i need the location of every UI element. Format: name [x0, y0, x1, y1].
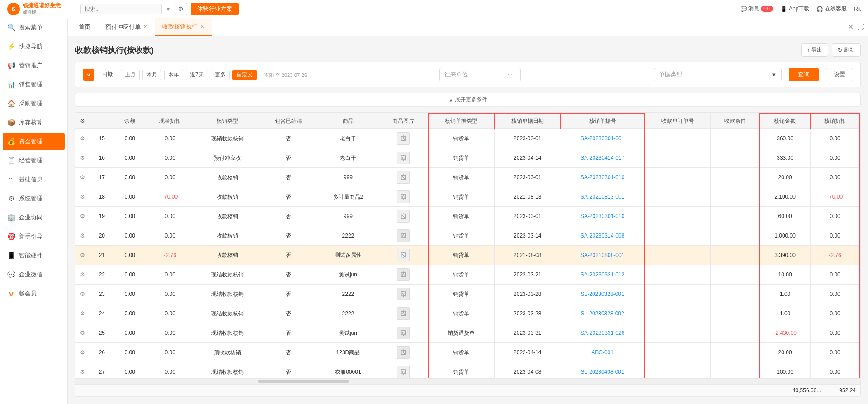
date-btn-this-year[interactable]: 本年 — [164, 70, 183, 80]
query-btn[interactable]: 查询 — [789, 68, 819, 81]
export-btn[interactable]: ↑ 导出 — [801, 43, 828, 57]
sidebar-item-business[interactable]: 📋 经营管理 — [0, 151, 67, 170]
sidebar-item-guide[interactable]: 🎯 新手引导 — [0, 227, 67, 246]
th-settings[interactable]: ⚙ — [75, 113, 90, 129]
date-btn-7days[interactable]: 近7天 — [186, 70, 208, 80]
marketing-icon: 📢 — [7, 62, 15, 70]
row-settings[interactable]: ⚙ — [75, 168, 90, 187]
table-row: ⚙ 21 0.00 -2.76 收款核销 否 测试多属性 🖼 销货单 2021-… — [75, 246, 860, 265]
row-writeoff-number[interactable]: SA-20230321-012 — [561, 265, 645, 285]
message-area[interactable]: 💬 消息 99+ — [741, 5, 773, 13]
row-balance: 0.00 — [114, 343, 146, 362]
row-balance: 0.00 — [114, 168, 146, 187]
row-writeoff-number[interactable]: ABC-001 — [561, 343, 645, 362]
sidebar-item-system[interactable]: ⚙ 系统管理 — [0, 189, 67, 208]
scrollbar-thumb[interactable] — [258, 380, 349, 383]
row-settings[interactable]: ⚙ — [75, 129, 90, 148]
industry-btn[interactable]: 体验行业方案 — [191, 3, 239, 15]
row-writeoff-number[interactable]: SA-20230331-026 — [561, 323, 645, 343]
user-label[interactable]: Rit — [854, 6, 861, 12]
row-balance: 0.00 — [114, 323, 146, 343]
row-writeoff-number[interactable]: SL-20230408-001 — [561, 362, 645, 379]
row-settings[interactable]: ⚙ — [75, 246, 90, 265]
row-writeoff-type: 预付冲应收 — [194, 148, 260, 168]
bill-type-select[interactable]: 单据类型 ▼ — [654, 68, 782, 81]
sidebar-item-enterprise[interactable]: 🏢 企业协同 — [0, 208, 67, 227]
tab-receipt-close[interactable]: ✕ — [200, 24, 204, 29]
date-options: 上月 本月 本年 近7天 更多 自定义 — [121, 70, 257, 80]
product-image: 🖼 — [397, 366, 410, 378]
row-receipt-condition — [711, 265, 760, 285]
th-writeoff-type: 核销类型 — [194, 113, 260, 129]
row-writeoff-type: 现销收款核销 — [194, 129, 260, 148]
row-writeoff-amount: 20.00 — [760, 343, 811, 362]
row-writeoff-number[interactable]: SL-20230328-001 — [561, 285, 645, 304]
sidebar-label-purchase: 采购管理 — [19, 100, 42, 108]
row-writeoff-number[interactable]: SL-20230328-002 — [561, 304, 645, 323]
date-btn-this-month[interactable]: 本月 — [142, 70, 161, 80]
sidebar-item-sales[interactable]: 📊 销售管理 — [0, 75, 67, 94]
chevron-down-icon[interactable]: ▼ — [165, 6, 171, 12]
row-writeoff-type: 现结收款核销 — [194, 285, 260, 304]
row-writeoff-number[interactable]: SA-20230301-010 — [561, 168, 645, 187]
row-writeoff-number[interactable]: SA-20230301-010 — [561, 207, 645, 226]
row-settings[interactable]: ⚙ — [75, 148, 90, 168]
system-icon: ⚙ — [7, 195, 15, 203]
expand-more-bar[interactable]: ∨ 展开更多条件 — [75, 93, 861, 107]
table-scroll[interactable]: ⚙ 余额 现金折扣 核销类型 包含已结清 商品 商品图片 核销单据类型 核销单据… — [75, 113, 860, 378]
scrollbar-area[interactable] — [75, 378, 860, 384]
date-btn-more[interactable]: 更多 — [211, 70, 230, 80]
row-settings[interactable]: ⚙ — [75, 304, 90, 323]
search-input[interactable] — [80, 4, 162, 14]
sidebar-item-inventory[interactable]: 📦 库存核算 — [0, 113, 67, 132]
sidebar-item-search[interactable]: 🔍 搜索菜单 — [0, 18, 67, 37]
row-writeoff-number[interactable]: SA-20230314-008 — [561, 226, 645, 246]
sidebar-item-member[interactable]: V 畅会员 — [0, 284, 67, 303]
tab-home-label: 首页 — [79, 23, 90, 31]
online-service[interactable]: 🎧 在线客服 — [816, 5, 847, 13]
sidebar-item-marketing[interactable]: 📢 营销推广 — [0, 56, 67, 75]
table-row: ⚙ 17 0.00 0.00 收款核销 否 999 🖼 销货单 2023-03-… — [75, 168, 860, 187]
product-image: 🖼 — [397, 171, 410, 184]
sidebar-item-purchase[interactable]: 🏠 采购管理 — [0, 94, 67, 113]
partner-input[interactable]: 往来单位 ··· — [439, 68, 521, 81]
row-writeoff-number[interactable]: SA-20230414-017 — [561, 148, 645, 168]
filter-settings-btn[interactable]: 设置 — [826, 68, 853, 81]
row-receipt-order — [645, 304, 711, 323]
row-writeoff-date: 2023-03-14 — [494, 226, 561, 246]
row-settings[interactable]: ⚙ — [75, 207, 90, 226]
tab-home[interactable]: 首页 — [71, 18, 98, 36]
maximize-icon[interactable]: ⛶ — [857, 23, 864, 31]
refresh-btn[interactable]: ↻ 刷新 — [832, 43, 861, 57]
row-settings[interactable]: ⚙ — [75, 265, 90, 285]
row-writeoff-discount: 0.00 — [811, 343, 860, 362]
row-writeoff-number[interactable]: SA-20210808-001 — [561, 246, 645, 265]
row-writeoff-number[interactable]: SA-20210813-001 — [561, 187, 645, 207]
sidebar-item-finance[interactable]: 💰 资金管理 — [3, 133, 65, 150]
sidebar-item-quicknav[interactable]: ⚡ 快捷导航 — [0, 37, 67, 56]
row-settings[interactable]: ⚙ — [75, 323, 90, 343]
tab-prepay-close[interactable]: ✕ — [143, 24, 147, 30]
footer-amount: 40,556,66... — [793, 387, 821, 394]
close-icon[interactable]: ✕ — [848, 23, 854, 31]
row-balance: 0.00 — [114, 148, 146, 168]
row-writeoff-number[interactable]: SA-20230301-001 — [561, 129, 645, 148]
table-row: ⚙ 22 0.00 0.00 现结收款核销 否 测试jun 🖼 销货单 2023… — [75, 265, 860, 285]
date-btn-last-month[interactable]: 上月 — [121, 70, 140, 80]
tab-prepay[interactable]: 预付冲应付单 ✕ — [98, 18, 155, 36]
row-settings[interactable]: ⚙ — [75, 343, 90, 362]
app-download[interactable]: 📱 App下载 — [780, 5, 809, 13]
tab-receipt[interactable]: 收款核销执行 ✕ — [155, 18, 212, 36]
row-receipt-order — [645, 207, 711, 226]
row-settings[interactable]: ⚙ — [75, 226, 90, 246]
sidebar-item-basicinfo[interactable]: 🗂 基础信息 — [0, 170, 67, 189]
date-btn-custom[interactable]: 自定义 — [232, 70, 257, 80]
filter-expand-btn[interactable]: » — [83, 69, 94, 81]
sidebar-item-wechat[interactable]: 💬 企业微信 — [0, 265, 67, 284]
row-settings[interactable]: ⚙ — [75, 285, 90, 304]
row-cash-discount: -70.00 — [146, 187, 194, 207]
sidebar-item-hardware[interactable]: 📱 智能硬件 — [0, 246, 67, 265]
row-settings[interactable]: ⚙ — [75, 362, 90, 379]
settings-icon[interactable]: ⚙ — [175, 3, 187, 15]
row-settings[interactable]: ⚙ — [75, 187, 90, 207]
